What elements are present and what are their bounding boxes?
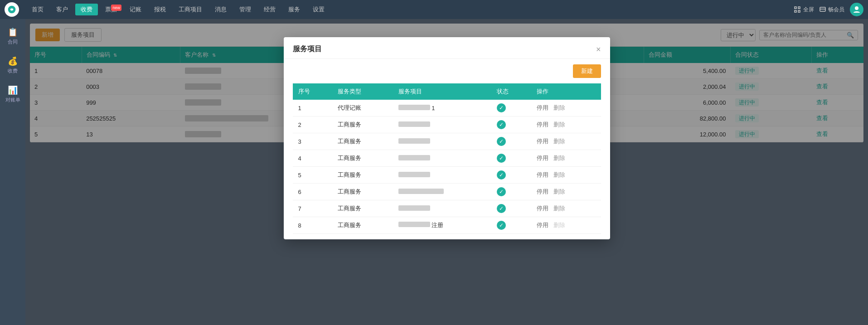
svg-rect-4 bbox=[798, 10, 800, 12]
delete-button[interactable]: 删除 bbox=[553, 171, 565, 178]
status-check-icon: ✓ bbox=[497, 120, 506, 129]
svg-point-7 bbox=[855, 6, 858, 10]
nav-jingying[interactable]: 经营 bbox=[258, 4, 281, 15]
status-check-icon: ✓ bbox=[497, 204, 506, 213]
modal-cell-item: 注册 bbox=[393, 217, 492, 234]
sidebar-item-hetong[interactable]: 📋 合同 bbox=[1, 24, 24, 49]
sidebar-label-shoufei: 收费 bbox=[8, 68, 18, 74]
modal-col-index: 序号 bbox=[293, 83, 333, 100]
stop-button[interactable]: 停用 bbox=[537, 222, 548, 228]
delete-button[interactable]: 删除 bbox=[553, 138, 565, 145]
status-check-icon: ✓ bbox=[497, 170, 506, 179]
nav-guanli[interactable]: 管理 bbox=[234, 4, 257, 15]
nav-customer[interactable]: 客户 bbox=[51, 4, 73, 15]
modal-cell-item bbox=[393, 133, 492, 150]
duizhang-icon: 📊 bbox=[8, 85, 18, 95]
modal-table-row: 7 工商服务 ✓ 停用 删除 bbox=[293, 200, 601, 217]
nav-shoufei[interactable]: 收费 bbox=[75, 4, 98, 15]
nav-jizhang[interactable]: 记账 bbox=[124, 4, 147, 15]
modal-cell-action[interactable]: 停用 删除 bbox=[531, 116, 601, 133]
stop-button[interactable]: 停用 bbox=[537, 205, 548, 212]
status-check-icon: ✓ bbox=[497, 137, 506, 146]
modal-cell-action[interactable]: 停用 删除 bbox=[531, 150, 601, 167]
fullscreen-btn[interactable]: 全屏 bbox=[794, 6, 814, 14]
modal-col-action: 操作 bbox=[531, 83, 601, 100]
modal-table-row: 6 工商服务 ✓ 停用 删除 bbox=[293, 184, 601, 200]
modal-cell-action[interactable]: 停用 删除 bbox=[531, 217, 601, 234]
nav-gongshang[interactable]: 工商项目 bbox=[173, 4, 208, 15]
modal-cell-action[interactable]: 停用 删除 bbox=[531, 100, 601, 116]
modal-cell-index: 4 bbox=[293, 150, 333, 167]
modal-header: 服务项目 × bbox=[284, 37, 610, 59]
nav-shezhi[interactable]: 设置 bbox=[307, 4, 330, 15]
modal-cell-status: ✓ bbox=[491, 184, 531, 200]
modal-cell-action[interactable]: 停用 删除 bbox=[531, 167, 601, 184]
nav-fuwu[interactable]: 服务 bbox=[283, 4, 305, 15]
sidebar-item-shoufei[interactable]: 💰 收费 bbox=[1, 53, 24, 78]
shoufei-icon: 💰 bbox=[8, 56, 18, 66]
member-btn[interactable]: 畅会员 bbox=[820, 6, 844, 14]
modal-cell-type: 代理记账 bbox=[332, 100, 393, 116]
modal-col-item: 服务项目 bbox=[393, 83, 492, 100]
nav-xiaoxi[interactable]: 消息 bbox=[209, 4, 232, 15]
stop-button[interactable]: 停用 bbox=[537, 188, 548, 195]
svg-rect-1 bbox=[795, 7, 796, 9]
status-check-icon: ✓ bbox=[497, 154, 506, 163]
modal-cell-status: ✓ bbox=[491, 116, 531, 133]
modal-overlay[interactable]: 服务项目 × 新建 序号 服务类型 服务项目 状态 bbox=[25, 19, 868, 325]
logo[interactable] bbox=[5, 2, 19, 17]
stop-button[interactable]: 停用 bbox=[537, 155, 548, 161]
delete-button[interactable]: 删除 bbox=[553, 205, 565, 212]
modal-cell-index: 5 bbox=[293, 167, 333, 184]
modal-cell-item bbox=[393, 167, 492, 184]
avatar[interactable] bbox=[850, 3, 863, 16]
modal-cell-item: 1 bbox=[393, 100, 492, 116]
modal-cell-action[interactable]: 停用 删除 bbox=[531, 133, 601, 150]
modal-cell-type: 工商服务 bbox=[332, 200, 393, 217]
modal-toolbar: 新建 bbox=[293, 64, 601, 78]
modal-cell-status: ✓ bbox=[491, 167, 531, 184]
stop-button[interactable]: 停用 bbox=[537, 121, 548, 128]
delete-button[interactable]: 删除 bbox=[553, 104, 565, 111]
modal-table-row: 1 代理记账 1 ✓ 停用 删除 bbox=[293, 100, 601, 116]
modal-cell-action[interactable]: 停用 删除 bbox=[531, 184, 601, 200]
delete-button[interactable]: 删除 bbox=[553, 222, 565, 228]
contract-icon: 📋 bbox=[8, 27, 18, 37]
modal-cell-index: 7 bbox=[293, 200, 333, 217]
delete-button[interactable]: 删除 bbox=[553, 188, 565, 195]
svg-rect-3 bbox=[795, 10, 796, 12]
modal-cell-status: ✓ bbox=[491, 100, 531, 116]
delete-button[interactable]: 删除 bbox=[553, 121, 565, 128]
nav-home[interactable]: 首页 bbox=[26, 4, 49, 15]
modal-table: 序号 服务类型 服务项目 状态 操作 1 代理记账 1 ✓ 停用 删除 2 工商… bbox=[293, 83, 601, 234]
new-badge: new bbox=[111, 5, 121, 11]
nav-piao[interactable]: 票据 new bbox=[100, 4, 122, 15]
top-nav-right: 全屏 畅会员 bbox=[794, 3, 863, 16]
sidebar-item-duizhang[interactable]: 📊 对账单 bbox=[1, 82, 24, 107]
modal-cell-item bbox=[393, 200, 492, 217]
sidebar-label-hetong: 合同 bbox=[8, 39, 18, 45]
modal-table-row: 2 工商服务 ✓ 停用 删除 bbox=[293, 116, 601, 133]
modal-cell-status: ✓ bbox=[491, 150, 531, 167]
stop-button[interactable]: 停用 bbox=[537, 138, 548, 145]
modal-cell-index: 1 bbox=[293, 100, 333, 116]
top-nav: 首页 客户 收费 票据 new 记账 报税 工商项目 消息 管理 经营 服务 设… bbox=[0, 0, 868, 19]
modal-close-button[interactable]: × bbox=[596, 45, 601, 53]
modal-cell-type: 工商服务 bbox=[332, 167, 393, 184]
modal-cell-action[interactable]: 停用 删除 bbox=[531, 200, 601, 217]
modal-new-button[interactable]: 新建 bbox=[573, 64, 601, 78]
content-area: 新增 服务项目 进行中 已完成 已终止 🔍 bbox=[25, 19, 868, 325]
svg-rect-2 bbox=[798, 7, 800, 9]
modal-cell-item bbox=[393, 116, 492, 133]
stop-button[interactable]: 停用 bbox=[537, 104, 548, 111]
modal-cell-status: ✓ bbox=[491, 133, 531, 150]
delete-button[interactable]: 删除 bbox=[553, 155, 565, 161]
modal-cell-index: 8 bbox=[293, 217, 333, 234]
nav-items: 首页 客户 收费 票据 new 记账 报税 工商项目 消息 管理 经营 服务 设… bbox=[26, 4, 794, 15]
stop-button[interactable]: 停用 bbox=[537, 171, 548, 178]
modal-cell-type: 工商服务 bbox=[332, 150, 393, 167]
status-check-icon: ✓ bbox=[497, 187, 506, 196]
modal-body: 新建 序号 服务类型 服务项目 状态 操作 1 bbox=[284, 59, 610, 239]
nav-baoshui[interactable]: 报税 bbox=[149, 4, 171, 15]
modal-cell-status: ✓ bbox=[491, 217, 531, 234]
